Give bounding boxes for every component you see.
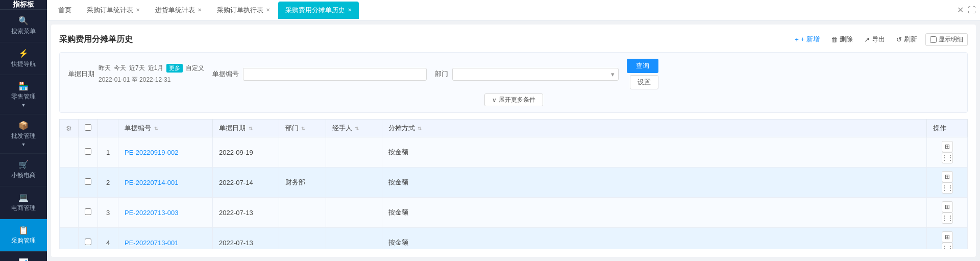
row-split-method: 按金额 (382, 137, 926, 168)
row-more-button[interactable]: ⋮⋮ (942, 182, 953, 194)
add-button[interactable]: + + 新增 (792, 33, 823, 46)
bill-no-link[interactable]: PE-20220713-003 (125, 209, 179, 217)
delete-icon: 🗑 (831, 36, 838, 43)
row-select-checkbox[interactable] (85, 208, 91, 215)
tab-close-purchase-order-exec[interactable]: ✕ (266, 7, 270, 13)
bill-no-link[interactable]: PE-20220714-001 (125, 179, 179, 186)
tab-purchase-order-exec-label: 采购订单执行表 (217, 6, 263, 15)
sidebar-item-purchase[interactable]: 📋 采购管理 (0, 219, 47, 252)
tab-close-purchase-order-stats[interactable]: ✕ (136, 7, 140, 13)
chevron-down-icon: ▼ (21, 142, 26, 147)
sidebar-item-ecom[interactable]: 💻 电商管理 (0, 186, 47, 219)
row-bill-date: 2022-07-14 (213, 168, 279, 198)
row-no: 3 (98, 198, 118, 228)
row-more-button[interactable]: ⋮⋮ (942, 152, 953, 163)
row-checkbox (79, 137, 98, 168)
row-no: 2 (98, 168, 118, 198)
sidebar-item-wholesale[interactable]: 📦 批发管理 ▼ (0, 114, 47, 154)
ecom-small-icon: 🛒 (18, 160, 29, 170)
sidebar-item-search[interactable]: 🔍 搜索菜单 (0, 10, 47, 42)
shortcut-yesterday[interactable]: 昨天 (99, 64, 111, 73)
shortcut-today[interactable]: 今天 (114, 64, 126, 73)
sidebar-item-label: 小畅电商 (11, 171, 36, 180)
close-tab-action[interactable]: ✕ (957, 5, 964, 15)
main-area: 首页 采购订单统计表 ✕ 进货单统计表 ✕ 采购订单执行表 ✕ 采购费用分摊单历… (47, 0, 980, 261)
purchase-icon: 📋 (18, 225, 29, 235)
tab-purchase-cost-label: 采购费用分摊单历史 (285, 6, 345, 15)
export-icon: ↗ (864, 36, 870, 43)
row-handler (326, 137, 382, 168)
row-select-checkbox[interactable] (85, 148, 91, 155)
bill-no-link[interactable]: PE-20220919-002 (125, 149, 179, 156)
dept-select[interactable] (452, 68, 619, 81)
tab-home[interactable]: 首页 (51, 2, 79, 19)
col-bill-date-sort[interactable]: ⇅ (249, 126, 253, 131)
delete-label: 删除 (840, 35, 853, 44)
add-label: + 新增 (801, 35, 820, 44)
shortcut-1month[interactable]: 近1月 (148, 64, 164, 73)
col-dept-header: 部门 ⇅ (279, 120, 326, 137)
tab-close-purchase-cost[interactable]: ✕ (348, 7, 352, 13)
row-bill-no: PE-20220919-002 (118, 137, 213, 168)
table-row: 1 PE-20220919-002 2022-09-19 按金额 ⊞ ⋮⋮ (60, 137, 968, 168)
refresh-button[interactable]: ↺ 刷新 (893, 33, 920, 46)
col-split-method-sort[interactable]: ⇅ (418, 126, 422, 131)
row-ops: ⊞ ⋮⋮ (927, 168, 968, 198)
col-bill-no-sort[interactable]: ⇅ (154, 126, 158, 131)
table-header-row: ⚙ 单据编号 ⇅ 单据日期 ⇅ (60, 120, 968, 137)
tab-close-purchase-goods-stats[interactable]: ✕ (198, 7, 202, 13)
row-view-button[interactable]: ⊞ (942, 141, 953, 152)
tab-bar: 首页 采购订单统计表 ✕ 进货单统计表 ✕ 采购订单执行表 ✕ 采购费用分摊单历… (47, 0, 980, 20)
sidebar-item-retail[interactable]: 🏪 零售管理 ▼ (0, 75, 47, 114)
row-handler (326, 168, 382, 198)
show-cols-button[interactable]: 显示明细 (925, 33, 968, 46)
bill-no-filter-group: 单据编号 (212, 68, 427, 81)
bill-no-link[interactable]: PE-20220713-001 (125, 239, 179, 247)
expand-more-label: 展开更多条件 (499, 96, 535, 104)
sidebar-item-label: 批发管理 (11, 132, 36, 140)
col-handler-label: 经手人 (332, 124, 352, 132)
filter-area: 单据日期 昨天 今天 近7天 近1月 更多 自定义 2022-01-01 至 2… (59, 52, 968, 113)
date-range-display: 2022-01-01 至 2022-12-31 (99, 76, 204, 84)
row-select-checkbox[interactable] (85, 239, 91, 245)
settings-icon[interactable]: ⚙ (66, 125, 72, 132)
tab-purchase-order-stats[interactable]: 采购订单统计表 ✕ (80, 2, 147, 19)
row-settings (60, 198, 79, 228)
tab-purchase-goods-stats[interactable]: 进货单统计表 ✕ (148, 2, 209, 19)
row-view-button[interactable]: ⊞ (942, 171, 953, 182)
export-button[interactable]: ↗ 导出 (861, 33, 888, 46)
chevron-down-icon: ∨ (492, 97, 497, 104)
row-view-button[interactable]: ⊞ (942, 231, 953, 243)
shortcut-custom[interactable]: 自定义 (186, 64, 204, 73)
row-settings (60, 228, 79, 249)
set-button[interactable]: 设置 (630, 75, 658, 89)
select-all-checkbox[interactable] (85, 124, 91, 131)
row-no: 1 (98, 137, 118, 168)
refresh-icon: ↺ (896, 36, 902, 43)
row-split-method: 按金额 (382, 198, 926, 228)
shortcut-7days[interactable]: 近7天 (129, 64, 145, 73)
bill-no-input[interactable] (243, 68, 427, 81)
delete-button[interactable]: 🗑 删除 (828, 33, 856, 46)
sidebar-item-quick[interactable]: ⚡ 快捷导航 (0, 42, 47, 75)
export-label: 导出 (872, 35, 885, 44)
expand-more-button[interactable]: ∨ 展开更多条件 (484, 93, 543, 106)
show-cols-checkbox[interactable] (930, 36, 937, 43)
tab-purchase-cost[interactable]: 采购费用分摊单历史 ✕ (278, 2, 359, 19)
row-more-button[interactable]: ⋮⋮ (942, 243, 953, 249)
row-handler (326, 228, 382, 249)
shortcut-more[interactable]: 更多 (166, 64, 183, 73)
sidebar-item-inventory[interactable]: 📊 库存核算 (0, 252, 47, 261)
maximize-tab-action[interactable]: ⛶ (968, 6, 976, 15)
row-select-checkbox[interactable] (85, 178, 91, 185)
col-handler-sort[interactable]: ⇅ (355, 126, 359, 131)
page-title: 采购费用分摊单历史 (59, 34, 133, 45)
query-button[interactable]: 查询 (627, 59, 658, 73)
row-more-button[interactable]: ⋮⋮ (942, 212, 953, 224)
row-view-button[interactable]: ⊞ (942, 201, 953, 212)
col-dept-sort[interactable]: ⇅ (301, 126, 305, 131)
row-split-method: 按金额 (382, 168, 926, 198)
inventory-icon: 📊 (18, 258, 29, 261)
tab-purchase-order-exec[interactable]: 采购订单执行表 ✕ (210, 2, 277, 19)
sidebar-item-ecom-small[interactable]: 🛒 小畅电商 (0, 154, 47, 186)
